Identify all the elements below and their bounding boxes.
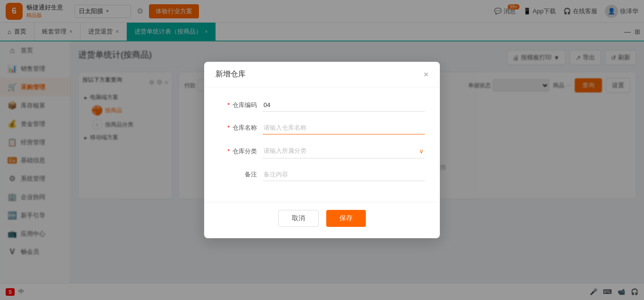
modal-body: * 仓库编码 * 仓库名称 * 仓库分类 请输入所属 xyxy=(204,87,440,202)
category-label: * 仓库分类 xyxy=(219,147,257,156)
category-field-row: * 仓库分类 请输入所属分类 ∨ xyxy=(219,144,425,158)
name-input[interactable] xyxy=(263,121,425,134)
note-input[interactable] xyxy=(263,168,425,181)
category-select[interactable]: 请输入所属分类 ∨ xyxy=(263,144,425,158)
code-label: * 仓库编码 xyxy=(219,101,257,109)
code-input[interactable] xyxy=(263,99,425,112)
close-icon[interactable]: × xyxy=(423,70,429,79)
name-label: * 仓库名称 xyxy=(219,124,257,132)
add-warehouse-modal: 新增仓库 × * 仓库编码 * 仓库名称 xyxy=(204,62,440,238)
modal-overlay: 新增仓库 × * 仓库编码 * 仓库名称 xyxy=(0,0,644,300)
note-field-row: 备注 xyxy=(219,168,425,181)
modal-footer: 取消 保存 xyxy=(204,202,440,238)
save-button[interactable]: 保存 xyxy=(326,210,366,227)
modal-header: 新增仓库 × xyxy=(204,62,440,87)
cancel-button[interactable]: 取消 xyxy=(278,210,319,227)
name-field-row: * 仓库名称 xyxy=(219,121,425,134)
note-label: 备注 xyxy=(219,170,257,179)
code-field-row: * 仓库编码 xyxy=(219,99,425,112)
chevron-down-icon: ∨ xyxy=(419,148,424,155)
modal-title: 新增仓库 xyxy=(215,69,246,79)
